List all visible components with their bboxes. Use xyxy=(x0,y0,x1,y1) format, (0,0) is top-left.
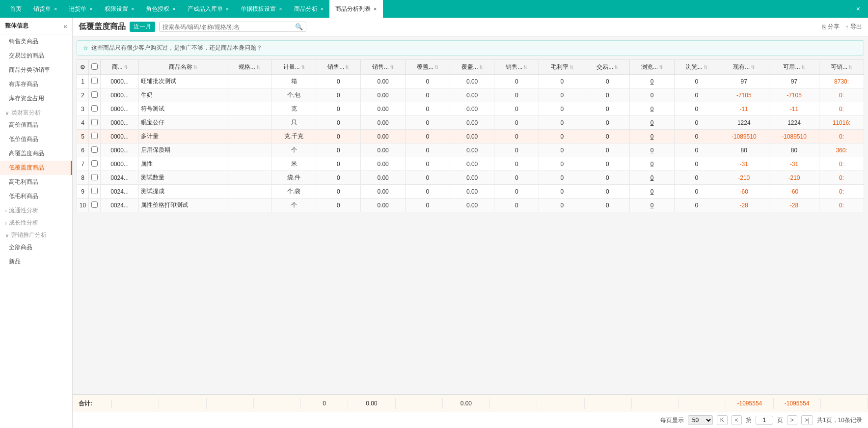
cell-views1[interactable]: 0 xyxy=(630,171,675,185)
th-sales-rate[interactable]: 销售...⇅ xyxy=(494,60,539,75)
th-views2[interactable]: 浏览...⇅ xyxy=(674,60,719,75)
last-page-button[interactable]: >| xyxy=(801,415,813,425)
cell-name[interactable]: 眠宝公仔 xyxy=(139,116,227,130)
cell-checkbox[interactable] xyxy=(89,102,101,116)
close-icon[interactable]: × xyxy=(226,6,229,12)
cell-coverage2: 0.00 xyxy=(450,143,494,157)
sidebar-group-wealth[interactable]: ∨ 类财富分析 xyxy=(0,106,72,118)
close-icon[interactable]: × xyxy=(279,6,282,12)
cell-checkbox[interactable] xyxy=(89,88,101,102)
cell-name[interactable]: 符号测试 xyxy=(139,102,227,116)
cell-views1[interactable]: 0 xyxy=(630,185,675,199)
th-views1[interactable]: 浏览...⇅ xyxy=(630,60,675,75)
search-input[interactable] xyxy=(163,24,295,30)
export-button[interactable]: ↑ 导出 xyxy=(845,23,862,31)
sidebar-item-all-goods[interactable]: 全部商品 xyxy=(0,240,72,255)
cell-views1[interactable]: 0 xyxy=(630,157,675,171)
sidebar-item-new-goods[interactable]: 新品 xyxy=(0,255,72,269)
sidebar-item-high-coverage[interactable]: 高覆盖度商品 xyxy=(0,146,72,161)
sidebar-item-high-margin[interactable]: 高毛利商品 xyxy=(0,175,72,189)
nav-sales-order[interactable]: 销货单 × xyxy=(27,0,63,18)
cell-views1[interactable]: 0 xyxy=(630,88,675,102)
sidebar-item-capital[interactable]: 库存资金占用 xyxy=(0,91,72,106)
th-code[interactable]: 商...⇅ xyxy=(101,60,139,75)
th-sales-amt[interactable]: 销售...⇅ xyxy=(361,60,406,75)
cell-views1[interactable]: 0 xyxy=(630,75,675,88)
cell-checkbox[interactable] xyxy=(89,143,101,157)
cell-name[interactable]: 多计量 xyxy=(139,130,227,143)
nav-template-settings[interactable]: 单据模板设置 × xyxy=(235,0,288,18)
sidebar-item-low-value[interactable]: 低价值商品 xyxy=(0,132,72,146)
time-filter-button[interactable]: 近一月 xyxy=(130,22,155,32)
cell-current-stock: -31 xyxy=(719,157,769,171)
cell-views1[interactable]: 0 xyxy=(630,199,675,212)
cell-views1[interactable]: 0 xyxy=(630,130,675,143)
nav-role-auth[interactable]: 角色授权 × xyxy=(140,0,181,18)
close-icon[interactable]: × xyxy=(131,6,134,12)
sidebar-item-category-rate[interactable]: 商品分类动销率 xyxy=(0,63,72,77)
nav-home[interactable]: 首页 xyxy=(4,0,27,18)
th-coverage2[interactable]: 覆盖...⇅ xyxy=(450,60,494,75)
cell-name[interactable]: 测试数量 xyxy=(139,171,227,185)
th-name[interactable]: 商品名称⇅ xyxy=(139,60,227,75)
nav-purchase-order[interactable]: 进货单 × xyxy=(63,0,98,18)
sidebar-item-sales-goods[interactable]: 销售类商品 xyxy=(0,34,72,49)
th-sales-qty[interactable]: 销售...⇅ xyxy=(316,60,361,75)
cell-saleable: 11016: xyxy=(819,116,864,130)
cell-checkbox[interactable] xyxy=(89,171,101,185)
prev-page-button[interactable]: < xyxy=(732,415,742,425)
sidebar-item-stock-goods[interactable]: 有库存商品 xyxy=(0,77,72,91)
th-unit[interactable]: 计量...⇅ xyxy=(271,60,316,75)
select-all-checkbox[interactable] xyxy=(91,63,98,70)
th-trade[interactable]: 交易...⇅ xyxy=(585,60,630,75)
cell-name[interactable]: 启用保质期 xyxy=(139,143,227,157)
sidebar-item-low-margin[interactable]: 低毛利商品 xyxy=(0,189,72,203)
th-available-stock[interactable]: 可用...⇅ xyxy=(769,60,819,75)
next-page-button[interactable]: > xyxy=(787,415,797,425)
close-icon[interactable]: × xyxy=(374,6,377,12)
cell-checkbox[interactable] xyxy=(89,75,101,88)
cell-views1[interactable]: 0 xyxy=(630,116,675,130)
nav-goods-analysis-list[interactable]: 商品分析列表 × xyxy=(329,0,382,18)
sidebar-item-traded-goods[interactable]: 交易过的商品 xyxy=(0,49,72,63)
cell-checkbox[interactable] xyxy=(89,130,101,143)
close-icon[interactable]: × xyxy=(321,6,324,12)
cell-checkbox[interactable] xyxy=(89,157,101,171)
th-gross-margin[interactable]: 毛利率⇅ xyxy=(539,60,585,75)
th-coverage1[interactable]: 覆盖...⇅ xyxy=(405,60,450,75)
close-icon[interactable]: × xyxy=(54,6,57,12)
th-current-stock[interactable]: 现有...⇅ xyxy=(719,60,769,75)
sidebar-item-low-coverage[interactable]: 低覆盖度商品 xyxy=(0,161,72,175)
cell-name[interactable]: 测试提成 xyxy=(139,185,227,199)
sidebar-item-high-value[interactable]: 高价值商品 xyxy=(0,118,72,132)
cell-checkbox[interactable] xyxy=(89,199,101,212)
nav-permission-settings[interactable]: 权限设置 × xyxy=(99,0,140,18)
cell-checkbox[interactable] xyxy=(89,185,101,199)
first-page-button[interactable]: K xyxy=(717,415,728,425)
th-settings[interactable]: ⚙ xyxy=(77,60,89,75)
sidebar-group-growth[interactable]: › 成长性分析 xyxy=(0,216,72,228)
sidebar-collapse-button[interactable]: « xyxy=(63,22,67,30)
cell-checkbox[interactable] xyxy=(89,116,101,130)
close-icon[interactable]: × xyxy=(89,6,92,12)
cell-available-stock: 1224 xyxy=(769,116,819,130)
cell-views1[interactable]: 0 xyxy=(630,143,675,157)
table-row: 1 0000... 旺辅批次测试 箱 0 0.00 0 0.00 0 0 0 0… xyxy=(77,75,864,88)
share-button[interactable]: ⎘ 分享 xyxy=(822,23,840,31)
cell-name[interactable]: 属性价格打印测试 xyxy=(139,199,227,212)
page-size-select[interactable]: 50 100 200 xyxy=(688,415,713,425)
th-spec[interactable]: 规格...⇅ xyxy=(227,60,271,75)
sidebar-group-circulation[interactable]: › 流通性分析 xyxy=(0,203,72,216)
cell-views1[interactable]: 0 xyxy=(630,102,675,116)
nav-goods-analysis[interactable]: 商品分析 × xyxy=(288,0,329,18)
cell-name[interactable]: 属性 xyxy=(139,157,227,171)
page-input[interactable] xyxy=(756,416,773,425)
cell-name[interactable]: 旺辅批次测试 xyxy=(139,75,227,88)
close-icon[interactable]: × xyxy=(172,6,175,12)
sidebar-group-marketing[interactable]: ∨ 营销推广分析 xyxy=(0,228,72,240)
cell-name[interactable]: 牛奶 xyxy=(139,88,227,102)
cell-coverage1: 0 xyxy=(405,88,450,102)
close-all-button[interactable]: × xyxy=(852,5,864,13)
nav-product-in[interactable]: 产成品入库单 × xyxy=(182,0,235,18)
th-saleable[interactable]: 可销...⇅ xyxy=(819,60,864,75)
